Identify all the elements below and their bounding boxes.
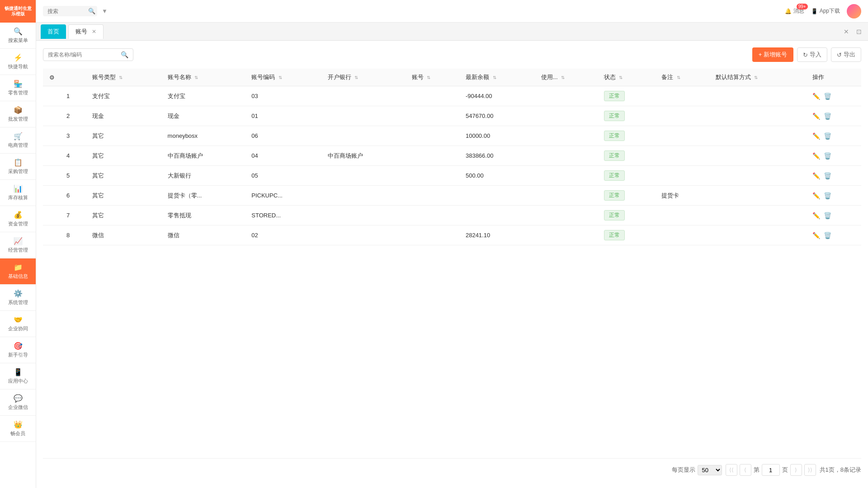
row-account bbox=[406, 186, 460, 206]
sidebar-item-purchase-mgmt[interactable]: 📋 采购管理 bbox=[0, 154, 36, 180]
app-download-button[interactable]: 📱 App下载 bbox=[811, 7, 840, 15]
sidebar-item-search-menu[interactable]: 🔍 搜索菜单 bbox=[0, 23, 36, 49]
search-input[interactable] bbox=[48, 52, 121, 58]
content-area: 🔍 + 新增账号 ↻ 导入 ↺ 导出 bbox=[36, 41, 868, 488]
tab-account-close[interactable]: ✕ bbox=[92, 28, 96, 35]
sidebar-item-ops-mgmt[interactable]: 📈 经营管理 bbox=[0, 232, 36, 258]
sidebar-label-basic-info: 基础信息 bbox=[8, 273, 28, 280]
sidebar-icon-wholesale-mgmt: 📦 bbox=[14, 106, 23, 114]
search-icon[interactable]: 🔍 bbox=[121, 51, 128, 58]
table-row: 4 其它 中百商场账户 04 中百商场账户 383866.00 正常 ✏️ 🗑️ bbox=[43, 146, 861, 166]
user-avatar[interactable] bbox=[847, 4, 861, 19]
delete-icon[interactable]: 🗑️ bbox=[824, 152, 831, 160]
table-row: 6 其它 提货卡（零... PICKUPC... 正常 提货卡 ✏️ 🗑️ bbox=[43, 186, 861, 206]
edit-icon[interactable]: ✏️ bbox=[812, 93, 820, 100]
sidebar-icon-vip-member: 👑 bbox=[14, 420, 23, 429]
delete-icon[interactable]: 🗑️ bbox=[824, 212, 831, 219]
sidebar-label-wholesale-mgmt: 批发管理 bbox=[8, 116, 28, 122]
row-actions: ✏️ 🗑️ bbox=[807, 186, 861, 206]
next-page-button[interactable]: ⟩ bbox=[790, 464, 802, 476]
top-search-box[interactable]: 🔍 bbox=[43, 6, 97, 16]
page-number-input[interactable] bbox=[762, 464, 780, 476]
sidebar-item-system-mgmt[interactable]: ⚙️ 系统管理 bbox=[0, 285, 36, 311]
notification-button[interactable]: 🔔 消息 99+ bbox=[785, 7, 804, 15]
sidebar-item-retail-mgmt[interactable]: 🏪 零售管理 bbox=[0, 75, 36, 101]
tab-account-label: 账号 bbox=[75, 28, 87, 36]
row-balance: 500.00 bbox=[460, 166, 536, 186]
first-page-button[interactable]: ⟨⟨ bbox=[726, 464, 737, 476]
edit-icon[interactable]: ✏️ bbox=[812, 192, 820, 199]
edit-icon[interactable]: ✏️ bbox=[812, 113, 820, 120]
sidebar-item-basic-info[interactable]: 📁 基础信息 bbox=[0, 258, 36, 285]
sidebar-item-biz-agreement[interactable]: 🤝 企业协同 bbox=[0, 311, 36, 337]
delete-icon[interactable]: 🗑️ bbox=[824, 172, 831, 179]
col-usage[interactable]: 使用... ⇅ bbox=[536, 69, 599, 86]
delete-icon[interactable]: 🗑️ bbox=[824, 132, 831, 140]
col-code[interactable]: 账号编码 ⇅ bbox=[246, 69, 322, 86]
sidebar-item-quick-nav[interactable]: ⚡ 快捷导航 bbox=[0, 49, 36, 75]
edit-icon[interactable]: ✏️ bbox=[812, 232, 820, 239]
row-code: 05 bbox=[246, 166, 322, 186]
top-search-input[interactable] bbox=[47, 8, 88, 14]
edit-icon[interactable]: ✏️ bbox=[812, 212, 820, 219]
import-button[interactable]: ↻ 导入 bbox=[797, 47, 827, 62]
sidebar-item-vip-member[interactable]: 👑 畅会员 bbox=[0, 416, 36, 442]
accounts-table: ⚙ 账号类型 ⇅ 账号名称 ⇅ 账号编码 ⇅ 开户银行 ⇅ 账号 ⇅ 最新余额 … bbox=[43, 69, 861, 245]
row-type: 支付宝 bbox=[87, 86, 162, 106]
row-actions: ✏️ 🗑️ bbox=[807, 225, 861, 245]
export-button[interactable]: ↺ 导出 bbox=[831, 47, 861, 62]
edit-icon[interactable]: ✏️ bbox=[812, 152, 820, 160]
sidebar-item-finance-mgmt[interactable]: 💰 资金管理 bbox=[0, 206, 36, 232]
row-balance: 383866.00 bbox=[460, 146, 536, 166]
row-type: 微信 bbox=[87, 225, 162, 245]
col-settle[interactable]: 默认结算方式 ⇅ bbox=[710, 69, 807, 86]
row-account bbox=[406, 166, 460, 186]
sidebar-item-ecommerce-mgmt[interactable]: 🛒 电商管理 bbox=[0, 127, 36, 154]
topbar: 🔍 ▼ 🔔 消息 99+ 📱 App下载 bbox=[36, 0, 868, 23]
sidebar-icon-purchase-mgmt: 📋 bbox=[14, 158, 23, 167]
sidebar-icon-system-mgmt: ⚙️ bbox=[14, 289, 23, 298]
row-status: 正常 bbox=[599, 146, 656, 166]
add-account-button[interactable]: + 新增账号 bbox=[752, 47, 793, 62]
col-settings[interactable]: ⚙ bbox=[43, 69, 61, 86]
sidebar-label-search-menu: 搜索菜单 bbox=[8, 37, 28, 44]
row-status: 正常 bbox=[599, 106, 656, 126]
row-bank bbox=[322, 126, 406, 146]
row-remark: 提货卡 bbox=[656, 186, 710, 206]
row-settings bbox=[43, 206, 61, 225]
delete-icon[interactable]: 🗑️ bbox=[824, 93, 831, 100]
close-window-button[interactable]: ✕ bbox=[842, 27, 851, 36]
row-name: 中百商场账户 bbox=[162, 146, 246, 166]
page-size-select[interactable]: 50 100 200 bbox=[698, 465, 722, 475]
col-remark[interactable]: 备注 ⇅ bbox=[656, 69, 710, 86]
col-status[interactable]: 状态 ⇅ bbox=[599, 69, 656, 86]
sidebar-item-new-guide[interactable]: 🎯 新手引导 bbox=[0, 337, 36, 363]
last-page-button[interactable]: ⟩⟩ bbox=[804, 464, 816, 476]
search-box[interactable]: 🔍 bbox=[43, 48, 133, 61]
edit-icon[interactable]: ✏️ bbox=[812, 172, 820, 179]
window-controls: ✕ ⊡ bbox=[842, 27, 863, 36]
delete-icon[interactable]: 🗑️ bbox=[824, 232, 831, 239]
sidebar-label-ops-mgmt: 经营管理 bbox=[8, 247, 28, 253]
add-account-label: + 新增账号 bbox=[759, 51, 787, 59]
sidebar-item-inventory[interactable]: 📊 库存核算 bbox=[0, 180, 36, 206]
delete-icon[interactable]: 🗑️ bbox=[824, 192, 831, 199]
maximize-window-button[interactable]: ⊡ bbox=[854, 27, 863, 36]
sidebar-item-app-center[interactable]: 📱 应用中心 bbox=[0, 363, 36, 389]
sidebar-item-biz-wechat[interactable]: 💬 企业微信 bbox=[0, 389, 36, 416]
col-account[interactable]: 账号 ⇅ bbox=[406, 69, 460, 86]
sidebar-icon-quick-nav: ⚡ bbox=[14, 53, 23, 62]
sidebar-item-wholesale-mgmt[interactable]: 📦 批发管理 bbox=[0, 101, 36, 127]
tab-home[interactable]: 首页 bbox=[41, 24, 66, 39]
edit-icon[interactable]: ✏️ bbox=[812, 132, 820, 140]
dropdown-icon[interactable]: ▼ bbox=[102, 8, 108, 14]
col-type[interactable]: 账号类型 ⇅ bbox=[87, 69, 162, 86]
delete-icon[interactable]: 🗑️ bbox=[824, 113, 831, 120]
col-bank[interactable]: 开户银行 ⇅ bbox=[322, 69, 406, 86]
prev-page-button[interactable]: ⟨ bbox=[740, 464, 751, 476]
row-settings bbox=[43, 186, 61, 206]
col-balance[interactable]: 最新余额 ⇅ bbox=[460, 69, 536, 86]
col-index bbox=[61, 69, 87, 86]
tab-account[interactable]: 账号 ✕ bbox=[68, 24, 104, 39]
col-name[interactable]: 账号名称 ⇅ bbox=[162, 69, 246, 86]
